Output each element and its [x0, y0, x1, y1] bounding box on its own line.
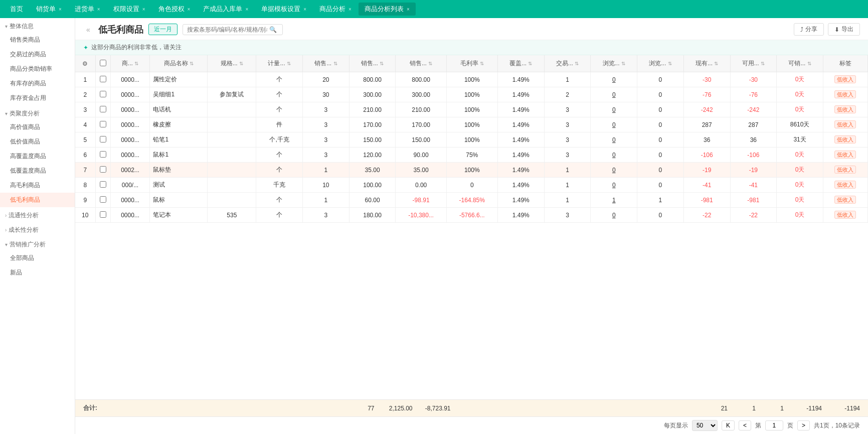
row-view1[interactable]: 0: [591, 132, 637, 148]
collapse-sidebar-icon[interactable]: «: [83, 25, 93, 35]
close-icon[interactable]: ×: [245, 7, 248, 12]
search-icon[interactable]: 🔍: [269, 26, 277, 33]
col-code[interactable]: 商... ⇅: [110, 55, 150, 72]
row-view1[interactable]: 0: [591, 72, 637, 87]
nav-item-sales[interactable]: 销货单 ×: [30, 3, 68, 16]
col-stock[interactable]: 现有... ⇅: [683, 55, 730, 72]
row-checkbox[interactable]: [95, 102, 110, 117]
col-view2[interactable]: 浏览... ⇅: [637, 55, 684, 72]
row-checkbox[interactable]: [95, 148, 110, 163]
col-name[interactable]: 商品名称 ⇅: [150, 55, 208, 72]
next-page-button[interactable]: >: [797, 420, 810, 430]
nav-item-product-analysis[interactable]: 商品分析 ×: [313, 3, 358, 16]
row-select-checkbox[interactable]: [100, 106, 106, 112]
per-page-select[interactable]: 50 100 200: [692, 420, 718, 431]
filter-recent-month-button[interactable]: 近一月: [148, 24, 178, 35]
row-checkbox[interactable]: [95, 132, 110, 148]
page-number-input[interactable]: [765, 420, 783, 430]
row-view1[interactable]: 0: [591, 178, 637, 193]
row-select-checkbox[interactable]: [100, 196, 106, 203]
row-checkbox[interactable]: [95, 87, 110, 102]
sidebar-section-liquidity[interactable]: › 流通性分析: [0, 207, 75, 222]
row-checkbox[interactable]: [95, 208, 110, 223]
close-icon[interactable]: ×: [188, 7, 191, 12]
col-unit[interactable]: 计量... ⇅: [256, 55, 303, 72]
settings-icon[interactable]: ⚙: [82, 60, 88, 67]
total-info: 共1页，10条记录: [814, 421, 860, 430]
search-input[interactable]: [187, 26, 267, 33]
nav-item-purchase[interactable]: 进货单 ×: [69, 3, 106, 16]
close-icon[interactable]: ×: [407, 7, 410, 12]
sidebar-section-growth[interactable]: › 成长性分析: [0, 222, 75, 236]
row-view1[interactable]: 0: [591, 208, 637, 223]
export-button[interactable]: ⬇ 导出: [828, 23, 860, 36]
row-view1[interactable]: 0: [591, 163, 637, 178]
nav-item-template[interactable]: 单据模板设置 ×: [255, 3, 312, 16]
row-select-checkbox[interactable]: [100, 121, 106, 127]
sidebar-item-low-value[interactable]: 低价值商品: [0, 134, 75, 149]
close-icon[interactable]: ×: [349, 7, 352, 12]
col-profit[interactable]: 销售... ⇅: [396, 55, 446, 72]
row-view2: 0: [637, 178, 684, 193]
prev-page-button[interactable]: <: [739, 420, 751, 430]
sidebar-item-category-rate[interactable]: 商品分类助销率: [0, 62, 75, 76]
nav-item-product-entry[interactable]: 产成品入库单 ×: [197, 3, 254, 16]
col-trade[interactable]: 交易... ⇅: [544, 55, 591, 72]
row-view1[interactable]: 0: [591, 102, 637, 117]
row-view1[interactable]: 0: [591, 148, 637, 163]
col-profit-rate[interactable]: 毛利率 ⇅: [446, 55, 497, 72]
col-avail[interactable]: 可用... ⇅: [730, 55, 777, 72]
row-select-checkbox[interactable]: [100, 136, 106, 142]
row-checkbox[interactable]: [95, 117, 110, 132]
close-icon[interactable]: ×: [97, 7, 100, 12]
row-select-checkbox[interactable]: [100, 151, 106, 158]
col-spec[interactable]: 规格... ⇅: [208, 55, 256, 72]
sidebar-item-sales-goods[interactable]: 销售类商品: [0, 33, 75, 47]
col-coverage[interactable]: 覆盖... ⇅: [497, 55, 544, 72]
sidebar-item-high-margin[interactable]: 高毛利商品: [0, 178, 75, 193]
sidebar-item-traded-goods[interactable]: 交易过的商品: [0, 47, 75, 62]
nav-item-analysis-list[interactable]: 商品分析列表 ×: [359, 3, 416, 16]
sidebar-item-low-margin[interactable]: 低毛利商品: [0, 193, 75, 207]
row-checkbox[interactable]: [95, 178, 110, 193]
sidebar-item-capital-usage[interactable]: 库存资金占用: [0, 91, 75, 105]
close-icon[interactable]: ×: [142, 7, 145, 12]
sidebar-item-all-goods[interactable]: 全部商品: [0, 251, 75, 265]
col-view1[interactable]: 浏览... ⇅: [591, 55, 637, 72]
sidebar-section-marketing[interactable]: ▾ 营销推广分析: [0, 236, 75, 251]
nav-item-roles[interactable]: 角色授权 ×: [152, 3, 197, 16]
sidebar-item-new-goods[interactable]: 新品: [0, 265, 75, 280]
sidebar-item-low-coverage[interactable]: 低覆盖度商品: [0, 164, 75, 178]
row-no: 4: [75, 117, 95, 132]
row-view1[interactable]: 0: [591, 87, 637, 102]
row-select-checkbox[interactable]: [100, 166, 106, 173]
close-icon[interactable]: ×: [303, 7, 306, 12]
row-checkbox[interactable]: [95, 163, 110, 178]
select-all-checkbox[interactable]: [100, 60, 106, 66]
col-qty[interactable]: 销售... ⇅: [303, 55, 350, 72]
row-checkbox[interactable]: [95, 72, 110, 87]
col-price[interactable]: 销售... ⇅: [349, 55, 396, 72]
row-checkbox[interactable]: [95, 193, 110, 208]
sidebar-item-high-value[interactable]: 高价值商品: [0, 120, 75, 134]
sidebar-item-high-coverage[interactable]: 高覆盖度商品: [0, 149, 75, 164]
row-view1[interactable]: 0: [591, 117, 637, 132]
row-avail: -242: [730, 102, 777, 117]
nav-item-permissions[interactable]: 权限设置 ×: [107, 3, 151, 16]
close-icon[interactable]: ×: [59, 7, 62, 12]
row-select-checkbox[interactable]: [100, 91, 106, 97]
row-select-checkbox[interactable]: [100, 181, 106, 188]
col-sellable[interactable]: 可销... ⇅: [777, 55, 823, 72]
col-tag[interactable]: 标签: [823, 55, 867, 72]
row-view1[interactable]: 1: [591, 193, 637, 208]
row-spec: [208, 117, 256, 132]
row-select-checkbox[interactable]: [100, 76, 106, 82]
first-page-button[interactable]: K: [722, 420, 735, 430]
sidebar-section-overall[interactable]: ▾ 整体信息: [0, 18, 75, 33]
col-settings[interactable]: ⚙: [75, 55, 95, 72]
share-button[interactable]: ⤴ 分享: [794, 23, 824, 36]
row-select-checkbox[interactable]: [100, 211, 106, 218]
nav-item-home[interactable]: 首页: [4, 3, 29, 16]
sidebar-item-stocked-goods[interactable]: 有库存的商品: [0, 76, 75, 91]
sidebar-section-cluster[interactable]: ▾ 类聚度分析: [0, 105, 75, 120]
